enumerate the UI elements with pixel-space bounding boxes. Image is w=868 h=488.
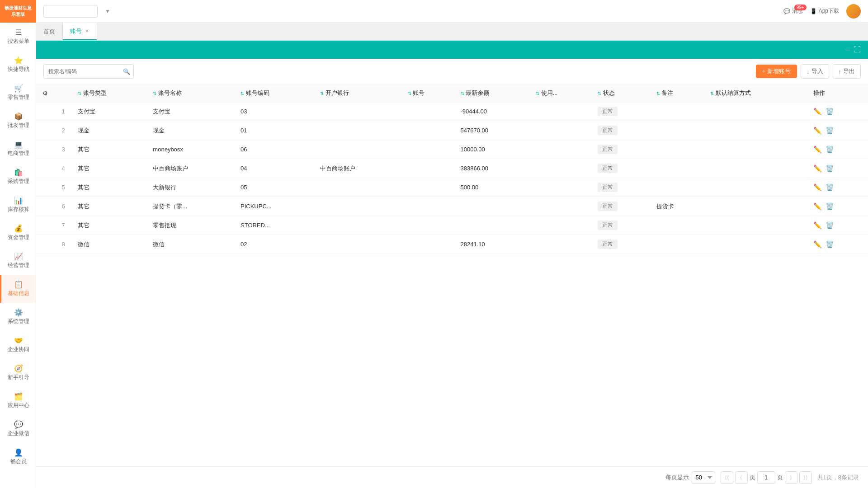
col-settings[interactable]: ⚙	[36, 84, 54, 102]
page-size-wrap: 每页显示 50 20 100	[665, 471, 715, 484]
edit-icon[interactable]: ✏️	[813, 145, 822, 154]
row-bank-cell	[315, 216, 402, 235]
search-input[interactable]	[43, 64, 134, 79]
row-action-cell: ✏️ 🗑️	[808, 235, 868, 254]
sidebar-item-enterprise-wechat[interactable]: 💬 企业微信	[0, 415, 36, 443]
col-default-settle[interactable]: ⇅ 默认结算方式	[705, 84, 808, 102]
logo-line2: 乐意版	[11, 11, 25, 18]
app-download-icon: 📱	[810, 8, 817, 14]
delete-icon[interactable]: 🗑️	[826, 145, 834, 154]
col-type[interactable]: ⇅ 账号类型	[72, 84, 147, 102]
search-icon[interactable]: 🔍	[123, 68, 130, 75]
delete-icon[interactable]: 🗑️	[826, 240, 834, 249]
tab-account[interactable]: 账号 ×	[63, 23, 97, 40]
top-header-right: 💬 消息 99+ 📱 App下载	[783, 4, 861, 19]
sidebar-item-purchase-mgmt[interactable]: 🛍️ 采购管理	[0, 163, 36, 191]
sidebar-item-new-guide[interactable]: 🧭 新手引导	[0, 359, 36, 387]
col-account[interactable]: ⇅ 账号	[402, 84, 455, 102]
edit-icon[interactable]: ✏️	[813, 164, 822, 173]
first-page-button[interactable]: ⟨⟨	[721, 471, 733, 484]
finance-icon: 💰	[3, 224, 34, 233]
row-default-settle-cell	[705, 102, 808, 121]
col-usage[interactable]: ⇅ 使用...	[530, 84, 593, 102]
col-account-sort-icon: ⇅	[408, 91, 411, 96]
col-remark[interactable]: ⇅ 备注	[651, 84, 705, 102]
col-status[interactable]: ⇅ 状态	[592, 84, 651, 102]
col-usage-sort-icon: ⇅	[536, 91, 539, 96]
row-account-cell	[402, 140, 455, 159]
sidebar-item-retail-mgmt[interactable]: 🛒 零售管理	[0, 79, 36, 107]
col-status-sort-icon: ⇅	[598, 91, 601, 96]
col-name[interactable]: ⇅ 账号名称	[147, 84, 235, 102]
user-avatar[interactable]	[846, 4, 861, 19]
row-usage-cell	[530, 216, 593, 235]
edit-icon[interactable]: ✏️	[813, 240, 822, 249]
delete-icon[interactable]: 🗑️	[826, 127, 834, 135]
edit-icon[interactable]: ✏️	[813, 127, 822, 135]
message-button[interactable]: 💬 消息 99+	[783, 7, 803, 15]
sidebar-item-label: 新手引导	[8, 374, 29, 380]
minimize-icon[interactable]: –	[846, 46, 850, 54]
row-remark-cell	[651, 159, 705, 178]
top-header: ▼ 💬 消息 99+ 📱 App下载	[36, 0, 868, 23]
prev-page-button[interactable]: ⟨	[735, 471, 748, 484]
sidebar-item-label: 电商管理	[8, 150, 29, 156]
delete-icon[interactable]: 🗑️	[826, 164, 834, 173]
sidebar-item-enterprise-agreement[interactable]: 🤝 企业协同	[0, 331, 36, 359]
row-balance-cell: -90444.00	[455, 102, 530, 121]
delete-icon[interactable]: 🗑️	[826, 221, 834, 230]
row-type-cell: 其它	[72, 178, 147, 197]
delete-icon[interactable]: 🗑️	[826, 202, 834, 211]
row-settings-cell	[36, 159, 54, 178]
sidebar-item-inventory[interactable]: 📊 库存核算	[0, 191, 36, 219]
sidebar-item-finance-mgmt[interactable]: 💰 资金管理	[0, 219, 36, 247]
sidebar-item-quick-nav[interactable]: ⭐ 快捷导航	[0, 51, 36, 79]
top-search-input[interactable]	[43, 5, 98, 18]
sidebar-item-vip-member[interactable]: 👤 畅会员	[0, 443, 36, 471]
col-code[interactable]: ⇅ 账号编码	[235, 84, 315, 102]
edit-icon[interactable]: ✏️	[813, 202, 822, 211]
table-row: 4 其它 中百商场账户 04 中百商场账户 383866.00 正常 ✏️ 🗑️	[36, 159, 868, 178]
sidebar-item-operations-mgmt[interactable]: 📈 经营管理	[0, 247, 36, 275]
import-button[interactable]: ↓ 导入	[801, 64, 829, 79]
edit-icon[interactable]: ✏️	[813, 108, 822, 116]
col-bank[interactable]: ⇅ 开户银行	[315, 84, 402, 102]
sidebar-item-ecommerce-mgmt[interactable]: 💻 电商管理	[0, 135, 36, 163]
page-header-bar: – ⛶	[36, 41, 868, 59]
edit-icon[interactable]: ✏️	[813, 183, 822, 192]
tab-home[interactable]: 首页	[36, 23, 63, 40]
sidebar-item-wholesale-mgmt[interactable]: 📦 批发管理	[0, 107, 36, 135]
row-action-cell: ✏️ 🗑️	[808, 216, 868, 235]
sidebar-item-app-center[interactable]: 🗂️ 应用中心	[0, 387, 36, 415]
row-name-cell: 支付宝	[147, 102, 235, 121]
page-input[interactable]	[757, 471, 775, 484]
row-status-cell: 正常	[592, 121, 651, 140]
last-page-button[interactable]: ⟩⟩	[799, 471, 812, 484]
col-balance[interactable]: ⇅ 最新余额	[455, 84, 530, 102]
app-download-button[interactable]: 📱 App下载	[810, 7, 839, 15]
add-account-button[interactable]: + 新增账号	[756, 65, 797, 78]
delete-icon[interactable]: 🗑️	[826, 108, 834, 116]
sidebar-item-system-mgmt[interactable]: ⚙️ 系统管理	[0, 303, 36, 331]
col-type-sort-icon: ⇅	[78, 91, 81, 96]
edit-icon[interactable]: ✏️	[813, 221, 822, 230]
row-account-cell	[402, 159, 455, 178]
next-page-button[interactable]: ⟩	[785, 471, 797, 484]
row-account-cell	[402, 121, 455, 140]
row-balance-cell: 500.00	[455, 178, 530, 197]
enterprise-agreement-icon: 🤝	[3, 336, 34, 345]
tab-close-icon[interactable]: ×	[85, 28, 90, 34]
app-center-icon: 🗂️	[3, 392, 34, 401]
delete-icon[interactable]: 🗑️	[826, 183, 834, 192]
row-type-cell: 其它	[72, 140, 147, 159]
sidebar-item-basic-info[interactable]: 📋 基础信息	[0, 275, 36, 303]
maximize-icon[interactable]: ⛶	[854, 46, 861, 54]
table-row: 8 微信 微信 02 28241.10 正常 ✏️ 🗑️	[36, 235, 868, 254]
export-button[interactable]: ↑ 导出	[833, 64, 861, 79]
sidebar-item-search-menu[interactable]: ☰ 搜索菜单	[0, 23, 36, 51]
row-action-cell: ✏️ 🗑️	[808, 121, 868, 140]
row-bank-cell	[315, 121, 402, 140]
row-remark-cell	[651, 140, 705, 159]
row-type-cell: 其它	[72, 216, 147, 235]
page-size-select[interactable]: 50 20 100	[692, 471, 715, 484]
